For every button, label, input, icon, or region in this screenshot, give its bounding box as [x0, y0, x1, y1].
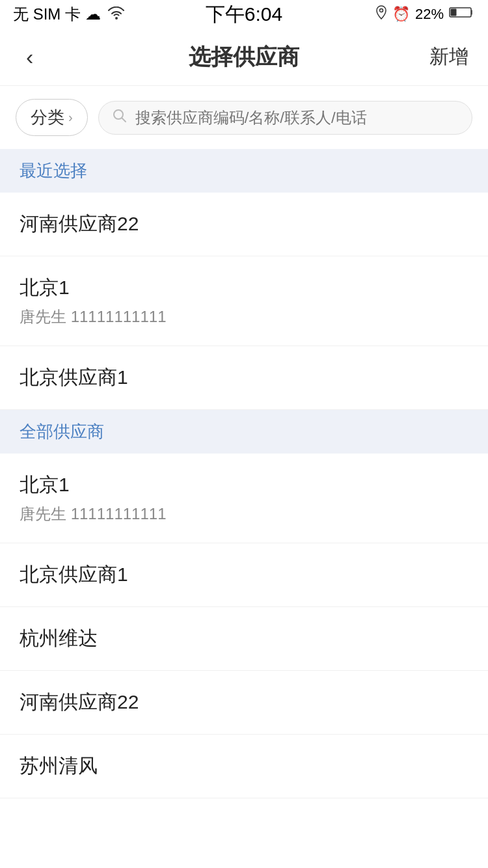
no-sim-text: 无 SIM 卡 ☁: [13, 4, 101, 25]
item-name: 北京供应商1: [20, 364, 468, 391]
nav-bar: ‹ 选择供应商 新增: [0, 29, 488, 86]
recent-list-item[interactable]: 河南供应商22: [0, 193, 488, 256]
all-list-item[interactable]: 北京1唐先生 11111111111: [0, 454, 488, 543]
status-bar: 无 SIM 卡 ☁ 下午6:04 ⏰ 22%: [0, 0, 488, 29]
all-section-header: 全部供应商: [0, 410, 488, 454]
category-label: 分类: [31, 106, 64, 129]
all-list-item[interactable]: 杭州维达: [0, 607, 488, 671]
all-list-item[interactable]: 苏州清风: [0, 735, 488, 798]
status-left: 无 SIM 卡 ☁: [13, 4, 126, 25]
alarm-icon: ⏰: [392, 6, 410, 23]
item-name: 河南供应商22: [20, 211, 468, 237]
all-list-item[interactable]: 河南供应商22: [0, 671, 488, 735]
page-title: 选择供应商: [189, 42, 299, 72]
item-name: 北京1: [20, 275, 468, 301]
recent-section-header: 最近选择: [0, 149, 488, 193]
chevron-right-icon: ›: [68, 110, 73, 125]
category-filter-button[interactable]: 分类 ›: [16, 99, 88, 136]
svg-rect-2: [451, 9, 457, 16]
recent-list-item[interactable]: 北京1唐先生 11111111111: [0, 256, 488, 346]
status-right: ⏰ 22%: [375, 5, 475, 23]
add-button[interactable]: 新增: [429, 44, 468, 70]
battery-text: 22%: [415, 6, 444, 23]
all-section-label: 全部供应商: [20, 422, 104, 441]
svg-line-4: [122, 118, 126, 122]
recent-list-item[interactable]: 北京供应商1: [0, 346, 488, 410]
filter-bar: 分类 ›: [0, 86, 488, 149]
item-name: 杭州维达: [20, 625, 468, 652]
wifi-icon: [107, 5, 126, 23]
search-input[interactable]: [135, 109, 459, 127]
item-name: 北京1: [20, 472, 468, 498]
recent-list: 河南供应商22北京1唐先生 11111111111北京供应商1: [0, 193, 488, 410]
svg-point-0: [379, 9, 383, 12]
search-icon: [112, 108, 128, 128]
search-bar[interactable]: [98, 101, 472, 135]
item-name: 苏州清风: [20, 753, 468, 780]
item-name: 北京供应商1: [20, 562, 468, 588]
back-button[interactable]: ‹: [20, 38, 40, 76]
all-list-item[interactable]: 北京供应商1: [0, 543, 488, 607]
item-name: 河南供应商22: [20, 689, 468, 716]
all-list: 北京1唐先生 11111111111北京供应商1杭州维达河南供应商22苏州清风: [0, 454, 488, 798]
item-sub: 唐先生 11111111111: [20, 504, 468, 524]
battery-icon: [449, 6, 475, 23]
item-sub: 唐先生 11111111111: [20, 306, 468, 327]
status-time: 下午6:04: [206, 1, 282, 28]
recent-section-label: 最近选择: [20, 161, 87, 180]
location-icon: [375, 5, 387, 23]
